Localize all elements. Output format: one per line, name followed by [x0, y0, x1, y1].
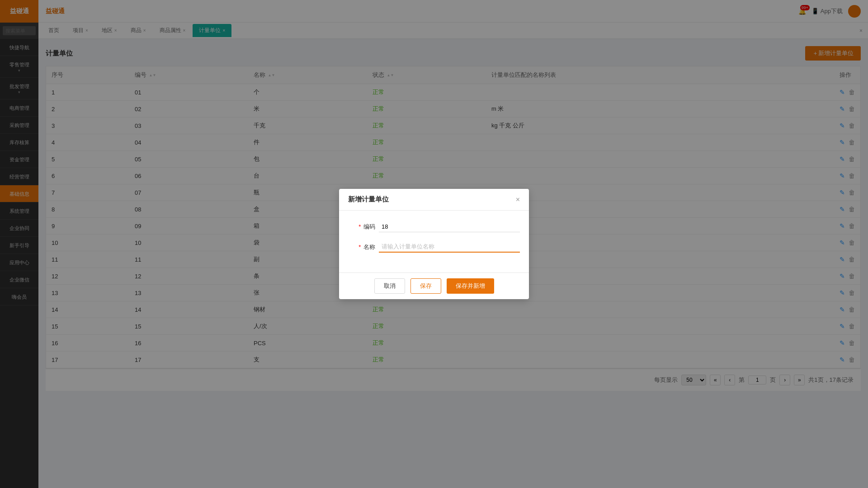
- save-button[interactable]: 保存: [410, 278, 441, 294]
- name-required-mark: *: [359, 244, 361, 250]
- modal-header: 新增计量单位 ×: [339, 189, 529, 211]
- code-form-row: * 编码: [348, 221, 520, 232]
- modal-footer: 取消 保存 保存并新增: [339, 272, 529, 299]
- modal-overlay[interactable]: 新增计量单位 × * 编码 * 名称 取消 保存 保存并新增: [0, 0, 868, 488]
- code-input[interactable]: [379, 221, 520, 232]
- name-form-row: * 名称: [348, 241, 520, 253]
- modal-body: * 编码 * 名称: [339, 211, 529, 272]
- add-unit-modal: 新增计量单位 × * 编码 * 名称 取消 保存 保存并新增: [339, 189, 529, 299]
- cancel-button[interactable]: 取消: [374, 278, 405, 294]
- modal-close-button[interactable]: ×: [516, 196, 520, 204]
- name-input[interactable]: [379, 241, 520, 253]
- code-label: * 编码: [348, 223, 375, 231]
- save-and-new-button[interactable]: 保存并新增: [447, 278, 494, 294]
- modal-title: 新增计量单位: [348, 195, 389, 204]
- name-label: * 名称: [348, 243, 375, 251]
- code-required-mark: *: [359, 223, 361, 230]
